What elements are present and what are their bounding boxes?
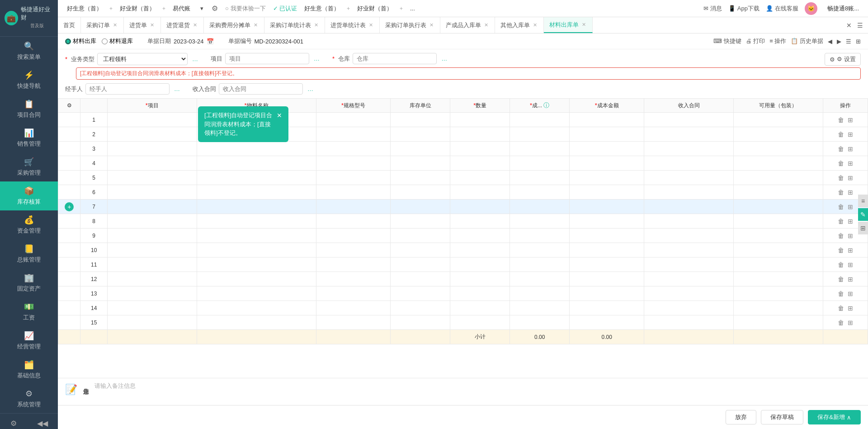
row-qty-cell[interactable] xyxy=(450,142,510,156)
row-project-cell[interactable] xyxy=(107,185,197,200)
sidebar-item-总账管理[interactable]: 📒总账管理 xyxy=(0,239,58,268)
copy-row-btn[interactable]: ⊞ xyxy=(847,144,854,153)
row-unit-cell[interactable] xyxy=(391,214,450,229)
delete-row-btn[interactable]: 🗑 xyxy=(837,173,845,182)
row-available-cell[interactable] xyxy=(734,257,823,272)
topbar-right-nav-2[interactable]: 好业财（首） xyxy=(354,3,396,14)
sidebar-item-销售管理[interactable]: 📊销售管理 xyxy=(0,124,58,153)
tab-close-7[interactable]: ✕ xyxy=(429,22,434,29)
row-income-contract-cell[interactable] xyxy=(644,185,734,200)
income-contract-more-btn[interactable]: … xyxy=(306,84,315,94)
row-spec-cell[interactable] xyxy=(316,229,391,243)
tab-close-2[interactable]: ✕ xyxy=(149,22,155,29)
history-btn[interactable]: 📋 历史单据 xyxy=(791,37,823,45)
row-unit-cell[interactable] xyxy=(391,315,450,330)
warehouse-input[interactable] xyxy=(353,53,437,64)
row-available-cell[interactable] xyxy=(734,243,823,257)
row-cost-amount-cell[interactable] xyxy=(570,200,644,214)
row-available-cell[interactable] xyxy=(734,142,823,156)
row-qty-cell[interactable] xyxy=(450,171,510,185)
sidebar-item-固定资产[interactable]: 🏢固定资产 xyxy=(0,268,58,297)
row-income-contract-cell[interactable] xyxy=(644,142,734,156)
row-income-contract-cell[interactable] xyxy=(644,243,734,257)
nav-prev-btn[interactable]: ◀ xyxy=(828,38,832,45)
tab-close-4[interactable]: ✕ xyxy=(253,22,259,29)
copy-row-btn[interactable]: ⊞ xyxy=(847,188,854,197)
delete-row-btn[interactable]: 🗑 xyxy=(837,115,845,124)
row-project-cell[interactable] xyxy=(107,257,197,272)
tooltip-close-btn[interactable]: ✕ xyxy=(277,111,282,120)
row-cost-amount-cell[interactable] xyxy=(570,286,644,301)
row-project-cell[interactable] xyxy=(107,272,197,286)
business-type-more-btn[interactable]: … xyxy=(190,54,200,64)
row-unit-cell[interactable] xyxy=(391,301,450,315)
copy-row-btn[interactable]: ⊞ xyxy=(847,159,854,168)
right-mini-btn-1[interactable]: ≡ xyxy=(858,195,868,207)
row-spec-cell[interactable] xyxy=(316,142,391,156)
row-available-cell[interactable] xyxy=(734,113,823,127)
row-qty-cell[interactable] xyxy=(450,243,510,257)
row-income-contract-cell[interactable] xyxy=(644,229,734,243)
row-available-cell[interactable] xyxy=(734,315,823,330)
copy-row-btn[interactable]: ⊞ xyxy=(847,289,854,298)
topbar-right-nav-3[interactable]: ... xyxy=(406,3,419,14)
topbar-msg-btn[interactable]: ✉ 消息 xyxy=(703,5,722,13)
row-available-cell[interactable] xyxy=(734,272,823,286)
row-project-cell[interactable] xyxy=(107,171,197,185)
row-cost-amount-cell[interactable] xyxy=(570,257,644,272)
user-avatar[interactable]: 🐱 xyxy=(805,2,817,15)
sidebar-item-搜索菜单[interactable]: 🔍搜索菜单 xyxy=(0,37,58,66)
row-cost-amount-cell[interactable] xyxy=(570,171,644,185)
row-unit-cell[interactable] xyxy=(391,171,450,185)
row-unit-cell[interactable] xyxy=(391,200,450,214)
tab-采购订单执行表[interactable]: 采购订单执行表✕ xyxy=(380,17,440,33)
row-income-contract-cell[interactable] xyxy=(644,257,734,272)
row-material-cell[interactable] xyxy=(197,214,316,229)
row-available-cell[interactable] xyxy=(734,301,823,315)
row-spec-cell[interactable] xyxy=(316,301,391,315)
row-project-cell[interactable] xyxy=(107,200,197,214)
row-cost-rate-cell[interactable] xyxy=(510,272,570,286)
tab-进货单[interactable]: 进货单✕ xyxy=(124,17,161,33)
row-cost-rate-cell[interactable] xyxy=(510,229,570,243)
row-spec-cell[interactable] xyxy=(316,200,391,214)
row-material-cell[interactable] xyxy=(197,185,316,200)
date-value[interactable]: 2023-03-24 xyxy=(174,38,204,45)
view-card-btn[interactable]: ⊞ xyxy=(856,38,861,45)
copy-row-btn[interactable]: ⊞ xyxy=(847,115,854,124)
row-unit-cell[interactable] xyxy=(391,185,450,200)
row-income-contract-cell[interactable] xyxy=(644,301,734,315)
row-qty-cell[interactable] xyxy=(450,301,510,315)
row-unit-cell[interactable] xyxy=(391,142,450,156)
row-material-cell[interactable] xyxy=(197,156,316,171)
delete-row-btn[interactable]: 🗑 xyxy=(837,188,845,197)
row-available-cell[interactable] xyxy=(734,156,823,171)
shortcut-btn[interactable]: ⌨ 快捷键 xyxy=(713,37,741,45)
row-spec-cell[interactable] xyxy=(316,214,391,229)
row-spec-cell[interactable] xyxy=(316,286,391,301)
delete-row-btn[interactable]: 🗑 xyxy=(837,289,845,298)
tab-close-1[interactable]: ✕ xyxy=(112,22,118,29)
topbar-more-btn[interactable]: ▾ xyxy=(198,3,206,14)
print-btn[interactable]: 🖨 打印 xyxy=(746,37,765,45)
save-draft-button[interactable]: 保存草稿 xyxy=(761,410,803,424)
row-material-cell[interactable] xyxy=(197,200,316,214)
row-project-cell[interactable] xyxy=(107,301,197,315)
row-material-cell[interactable] xyxy=(197,257,316,272)
delete-row-btn[interactable]: 🗑 xyxy=(837,275,845,284)
discard-button[interactable]: 放弃 xyxy=(726,410,756,424)
row-spec-cell[interactable] xyxy=(316,156,391,171)
tab-close-8[interactable]: ✕ xyxy=(483,22,489,29)
row-cost-rate-cell[interactable] xyxy=(510,286,570,301)
copy-row-btn[interactable]: ⊞ xyxy=(847,246,854,255)
tab-close-3[interactable]: ✕ xyxy=(192,22,198,29)
tabbar-close-icon[interactable]: ✕ xyxy=(845,20,853,30)
right-mini-btn-3[interactable]: ⊞ xyxy=(858,222,868,234)
row-income-contract-cell[interactable] xyxy=(644,315,734,330)
row-unit-cell[interactable] xyxy=(391,286,450,301)
tab-close-6[interactable]: ✕ xyxy=(368,22,374,29)
delete-row-btn[interactable]: 🗑 xyxy=(837,202,845,211)
row-unit-cell[interactable] xyxy=(391,243,450,257)
tab-close-10[interactable]: ✕ xyxy=(581,21,587,28)
handler-input[interactable] xyxy=(85,83,170,95)
